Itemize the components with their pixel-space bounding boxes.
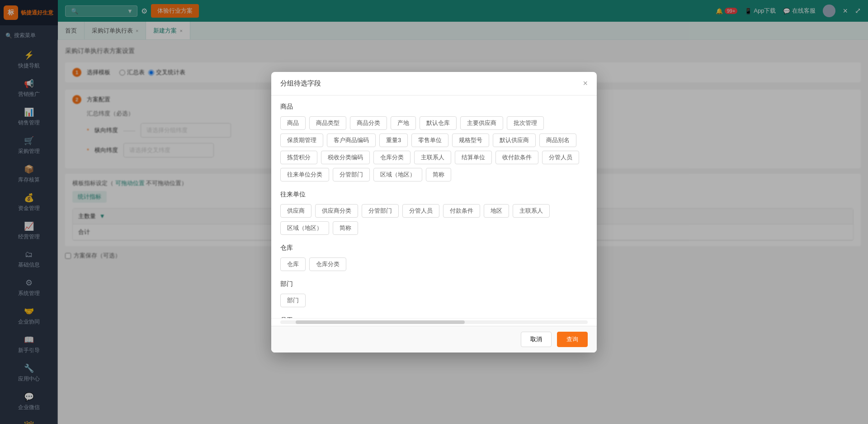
- field-tag-dept[interactable]: 部门: [280, 294, 306, 307]
- modal-header: 分组待选字段 ×: [271, 72, 597, 95]
- field-tag-manage-dept2[interactable]: 分管部门: [362, 204, 399, 218]
- field-tag-supplier-category[interactable]: 供应商分类: [315, 204, 358, 218]
- field-tag-warehouse-cat[interactable]: 仓库分类: [309, 257, 346, 271]
- modal-title: 分组待选字段: [280, 79, 321, 88]
- field-select-modal: 分组待选字段 × 商品 商品 商品类型 商品分类 产地 默认仓库 主要供应商 批…: [271, 72, 597, 353]
- field-tag-expiry-mgmt[interactable]: 保质期管理: [280, 133, 323, 147]
- field-tag-payment-terms[interactable]: 收付款条件: [495, 151, 538, 164]
- field-tag-goods-category[interactable]: 商品分类: [350, 116, 387, 130]
- field-group-warehouse: 仓库 仓库 仓库分类: [280, 244, 588, 271]
- field-tag-spec-model[interactable]: 规格型号: [452, 133, 489, 147]
- modal-hscroll-thumb[interactable]: [296, 320, 465, 324]
- field-tag-settlement-unit[interactable]: 结算单位: [455, 151, 492, 164]
- field-tags-partner: 供应商 供应商分类 分管部门 分管人员 付款条件 地区 主联系人 区域（地区） …: [280, 204, 588, 235]
- field-group-dept: 部门 部门: [280, 280, 588, 307]
- field-tag-goods-type[interactable]: 商品类型: [309, 116, 346, 130]
- field-group-goods: 商品 商品 商品类型 商品分类 产地 默认仓库 主要供应商 批次管理 保质期管理…: [280, 103, 588, 181]
- field-tag-region[interactable]: 区域（地区）: [373, 168, 422, 181]
- field-tags-warehouse: 仓库 仓库分类: [280, 257, 588, 271]
- modal-confirm-button[interactable]: 查询: [557, 332, 588, 347]
- modal-cancel-button[interactable]: 取消: [521, 332, 552, 347]
- field-tags-goods: 商品 商品类型 商品分类 产地 默认仓库 主要供应商 批次管理 保质期管理 客户…: [280, 116, 588, 181]
- field-tag-warehouse[interactable]: 仓库: [280, 257, 306, 271]
- field-tag-goods[interactable]: 商品: [280, 116, 306, 130]
- field-tag-default-warehouse[interactable]: 默认仓库: [420, 116, 457, 130]
- field-tag-main-contact[interactable]: 主联系人: [414, 151, 451, 164]
- field-tag-batch-mgmt[interactable]: 批次管理: [507, 116, 544, 130]
- field-group-partner-title: 往来单位: [280, 191, 588, 199]
- field-tag-goods-alias[interactable]: 商品别名: [539, 133, 576, 147]
- field-group-goods-title: 商品: [280, 103, 588, 111]
- modal-close-button[interactable]: ×: [583, 79, 588, 87]
- field-tag-supervisor2[interactable]: 分管人员: [402, 204, 439, 218]
- field-tag-main-contact2[interactable]: 主联系人: [513, 204, 550, 218]
- field-tag-supplier[interactable]: 供应商: [280, 204, 311, 218]
- field-tag-warehouse-category[interactable]: 仓库分类: [373, 151, 410, 164]
- field-tag-customer-code[interactable]: 客户商品编码: [327, 133, 376, 147]
- field-tag-main-supplier[interactable]: 主要供应商: [460, 116, 503, 130]
- field-tag-origin[interactable]: 产地: [391, 116, 416, 130]
- field-tag-short-name[interactable]: 简称: [426, 168, 451, 181]
- field-tags-dept: 部门: [280, 294, 588, 307]
- field-tag-default-supplier[interactable]: 默认供应商: [493, 133, 536, 147]
- field-tag-area[interactable]: 地区: [484, 204, 509, 218]
- field-tag-partner-category[interactable]: 往来单位分类: [280, 168, 329, 181]
- modal-hscroll-track: [280, 320, 588, 324]
- field-tag-manage-dept[interactable]: 分管部门: [333, 168, 370, 181]
- field-tag-pick-points[interactable]: 拣货积分: [280, 151, 317, 164]
- field-tag-tax-code[interactable]: 税收分类编码: [321, 151, 370, 164]
- field-group-partner: 往来单位 供应商 供应商分类 分管部门 分管人员 付款条件 地区 主联系人 区域…: [280, 191, 588, 235]
- modal-hscroll-area: [271, 318, 597, 326]
- field-tag-weight3[interactable]: 重量3: [379, 133, 408, 147]
- field-tag-supervisor[interactable]: 分管人员: [542, 151, 579, 164]
- field-tag-retail-unit[interactable]: 零售单位: [411, 133, 448, 147]
- modal-footer: 取消 查询: [271, 326, 597, 353]
- modal-body: 商品 商品 商品类型 商品分类 产地 默认仓库 主要供应商 批次管理 保质期管理…: [271, 95, 597, 318]
- field-tag-short-name2[interactable]: 简称: [333, 221, 358, 235]
- field-tag-region2[interactable]: 区域（地区）: [280, 221, 329, 235]
- field-group-warehouse-title: 仓库: [280, 244, 588, 252]
- field-tag-payment-terms2[interactable]: 付款条件: [443, 204, 480, 218]
- field-group-dept-title: 部门: [280, 280, 588, 288]
